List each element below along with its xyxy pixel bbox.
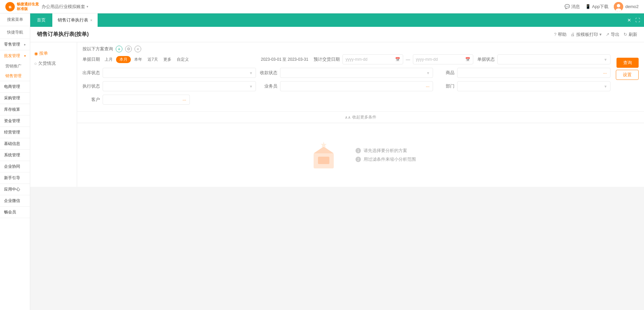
sidebar-item-inventory[interactable]: 库存核算 (0, 104, 30, 115)
collapse-up-icon: ∧∧ (345, 115, 351, 120)
doc-status-dropdown-icon: ▾ (604, 57, 607, 62)
exec-status-select[interactable]: ▾ (103, 81, 256, 91)
date-type-近7天[interactable]: 近7天 (146, 56, 160, 63)
empty-tips: 1 请先选择要分析的方案 2 用过滤条件来缩小分析范围 (356, 148, 416, 162)
sidebar-item-system[interactable]: 系统管理 (0, 150, 30, 161)
sidebar-item-enterprise[interactable]: 企业协同 (0, 161, 30, 172)
sidebar-quick-nav[interactable]: 快捷导航 (0, 26, 30, 39)
collapse-filters-bar[interactable]: ∧∧ 收起更多条件 (77, 111, 644, 123)
filter-section-title: 按以下方案查询 (83, 46, 113, 52)
expected-date-end-input[interactable]: yyyy-mm-dd 📅 (413, 54, 474, 64)
customer-dots-icon: ··· (182, 97, 186, 102)
export-btn[interactable]: ↗ 导出 (606, 32, 620, 38)
chevron-down-icon: ▾ (24, 54, 26, 58)
logo-text: 畅捷通好生意 标准版 (17, 2, 39, 11)
print-btn[interactable]: 🖨 按模板打印 ▾ (571, 32, 602, 38)
sidebar-item-sales[interactable]: 销售管理 (0, 71, 30, 81)
sidebar-search[interactable]: 搜索菜单 (0, 13, 30, 26)
app-selector[interactable]: 办公用品行业模拟账套 ▾ (42, 4, 88, 10)
expected-date-label: 预计交货日期 (314, 56, 342, 62)
date-separator: — (405, 57, 412, 62)
solution-欠货情况[interactable]: ○ 欠货情况 (30, 58, 77, 68)
avatar (614, 2, 623, 11)
salesperson-label: 业务员 (260, 83, 280, 89)
printer-icon: 🖨 (571, 32, 575, 37)
sidebar-item-appstore[interactable]: 应用中心 (0, 184, 30, 195)
sidebar-item-ecommerce[interactable]: 电商管理 (0, 81, 30, 92)
phone-icon: 📱 (585, 4, 591, 9)
customer-label: 客户 (83, 97, 103, 103)
tip-number-2: 2 (356, 157, 361, 162)
department-select[interactable]: ▾ (457, 81, 610, 91)
chevron-down-icon: ▾ (87, 5, 88, 8)
help-icon: ? (554, 32, 556, 37)
sidebar-item-purchase[interactable]: 采购管理 (0, 93, 30, 104)
debt-icon: ○ (34, 61, 37, 66)
doc-status-label: 单据状态 (477, 56, 497, 62)
tab-home[interactable]: 首页 (30, 13, 52, 27)
sidebar-item-finance[interactable]: 资金管理 (0, 115, 30, 126)
receipt-status-dropdown-icon: ▾ (427, 70, 429, 75)
results-area: 1 请先选择要分析的方案 2 用过滤条件来缩小分析范围 (77, 123, 644, 187)
calendar-icon: 📅 (395, 57, 400, 62)
export-icon: ↗ (606, 32, 609, 37)
solution-按单[interactable]: ◉ 按单 (30, 48, 77, 58)
date-type-本年[interactable]: 本年 (132, 56, 144, 63)
date-type-自定义[interactable]: 自定义 (175, 56, 191, 63)
calendar-icon-2: 📅 (465, 57, 470, 62)
chevron-right-icon: ▸ (24, 43, 26, 46)
svg-point-3 (617, 4, 620, 7)
out-status-dropdown-icon: ▾ (250, 70, 252, 75)
app-download-btn[interactable]: 📱 App下载 (585, 4, 608, 10)
sidebar-item-weixin[interactable]: 企业微信 (0, 195, 30, 206)
sidebar-item-wholesale[interactable]: 批发管理 ▾ (0, 50, 30, 61)
svg-marker-6 (314, 147, 334, 153)
department-dropdown-icon: ▾ (604, 84, 607, 89)
help-btn[interactable]: ? 帮助 (554, 32, 567, 38)
doc-status-select[interactable]: ▾ (497, 54, 610, 64)
logo-icon: 畅 (5, 2, 15, 11)
tab-expand-btn[interactable]: ⛶ (634, 16, 641, 24)
filter-config-btn[interactable]: ⚙ (125, 46, 132, 52)
department-label: 部门 (437, 83, 457, 89)
expected-date-start-input[interactable]: yyyy-mm-dd 📅 (342, 54, 403, 64)
query-btn[interactable]: 查询 (616, 58, 639, 68)
sidebar-item-retail[interactable]: 零售管理 ▸ (0, 39, 30, 50)
salesperson-input[interactable]: ··· (280, 81, 433, 91)
customer-input[interactable]: ··· (103, 95, 190, 105)
tab-close-btn[interactable]: ✕ (626, 16, 633, 24)
goods-input[interactable]: ··· (457, 68, 610, 78)
filter-add-btn[interactable]: + (116, 46, 122, 52)
salesperson-dots-icon: ··· (426, 84, 430, 89)
goods-label: 商品 (437, 70, 457, 76)
sidebar-item-operations[interactable]: 经营管理 (0, 127, 30, 138)
print-chevron-icon: ▾ (599, 32, 602, 37)
filter-collapse-btn[interactable]: « (135, 46, 141, 52)
sidebar-item-basic[interactable]: 基础信息 (0, 138, 30, 149)
out-status-label: 出库状态 (83, 70, 103, 76)
refresh-btn[interactable]: ↻ 刷新 (624, 32, 637, 38)
receipt-status-select[interactable]: ▾ (280, 68, 433, 78)
receipt-status-label: 收款状态 (260, 70, 280, 76)
tab-active[interactable]: 销售订单执行表 × (52, 13, 98, 27)
goods-dots-icon: ··· (603, 70, 607, 75)
out-status-select[interactable]: ▾ (103, 68, 256, 78)
svg-rect-7 (318, 157, 329, 164)
date-label: 单据日期 (83, 56, 103, 62)
date-type-本月[interactable]: 本月 (116, 56, 131, 63)
exec-status-dropdown-icon: ▾ (250, 84, 252, 89)
sidebar-item-member[interactable]: 畅会员 (0, 207, 30, 218)
date-type-更多[interactable]: 更多 (161, 56, 173, 63)
refresh-icon: ↻ (624, 32, 627, 37)
message-btn[interactable]: 💬 消息 (565, 4, 580, 10)
message-icon: 💬 (565, 4, 570, 9)
logo: 畅 畅捷通好生意 标准版 (5, 2, 39, 11)
date-type-上月[interactable]: 上月 (103, 56, 115, 63)
tip-number-1: 1 (356, 148, 361, 153)
sidebar-item-newuser[interactable]: 新手引导 (0, 172, 30, 184)
sidebar-item-marketing[interactable]: 营销推广 (0, 61, 30, 71)
settings-btn[interactable]: 设置 (616, 70, 639, 80)
user-menu[interactable]: demo2 (614, 2, 639, 11)
tab-close-icon[interactable]: × (90, 18, 92, 22)
empty-illustration (305, 137, 342, 173)
